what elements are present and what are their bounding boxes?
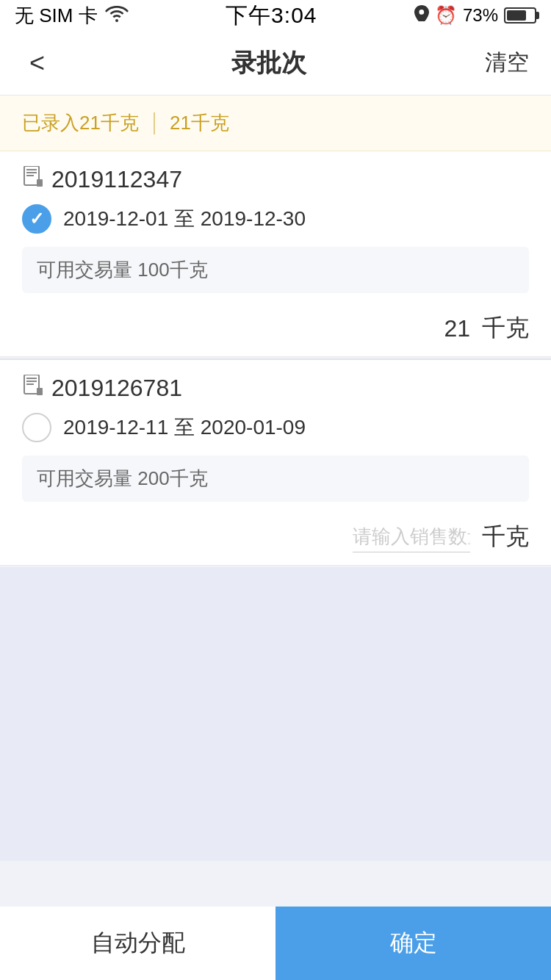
status-time: 下午3:04	[226, 1, 317, 31]
batch-date-row-2: 2019-12-11 至 2020-01-09	[0, 409, 551, 450]
auto-distribute-button[interactable]: 自动分配	[0, 907, 276, 980]
batch-header-2: 2019126781	[0, 360, 551, 409]
status-carrier: 无 SIM 卡	[15, 3, 129, 29]
batch-date-row-1: 2019-12-01 至 2019-12-30	[0, 201, 551, 241]
quantity-unit-1: 千克	[482, 312, 529, 345]
status-right: ⏰ 73%	[414, 5, 536, 26]
batch-available-2: 可用交易量 200千克	[22, 455, 529, 502]
quantity-unit-2: 千克	[482, 521, 529, 553]
batch-item-1: 2019112347 2019-12-01 至 2019-12-30 可用交易量…	[0, 151, 551, 357]
location-icon	[414, 5, 429, 26]
carrier-text: 无 SIM 卡	[15, 3, 98, 29]
back-button[interactable]: <	[22, 40, 52, 86]
batch-checkbox-1[interactable]	[22, 204, 51, 234]
batch-doc-icon-1	[22, 166, 44, 193]
svg-rect-7	[26, 381, 37, 382]
quantity-value-1: 21	[426, 315, 470, 342]
svg-rect-8	[26, 383, 34, 385]
page-title: 录批次	[231, 46, 306, 80]
batch-doc-icon-2	[22, 375, 44, 402]
quantity-input-2[interactable]	[353, 522, 470, 552]
batch-checkbox-2[interactable]	[22, 413, 51, 442]
batch-number-1: 2019112347	[51, 166, 182, 193]
alarm-icon: ⏰	[435, 5, 457, 26]
confirm-button[interactable]: 确定	[276, 907, 551, 980]
batch-number-2: 2019126781	[51, 375, 182, 402]
bottom-buttons: 自动分配 确定	[0, 907, 551, 980]
info-banner: 已录入21千克 21千克	[0, 96, 551, 151]
svg-rect-2	[26, 172, 37, 173]
batch-item-2: 2019126781 2019-12-11 至 2020-01-09 可用交易量…	[0, 360, 551, 566]
nav-bar: < 录批次 清空	[0, 31, 551, 96]
clear-button[interactable]: 清空	[485, 48, 529, 78]
battery-percent: 73%	[463, 5, 498, 26]
svg-rect-4	[37, 179, 43, 187]
quantity-row-2: 千克	[0, 509, 551, 566]
recorded-amount-label: 已录入21千克	[22, 110, 139, 136]
quantity-row-1: 21 千克	[0, 300, 551, 357]
svg-rect-9	[37, 388, 43, 395]
banner-divider	[154, 112, 155, 134]
gray-area	[0, 567, 551, 861]
recorded-amount-value: 21千克	[170, 110, 229, 136]
wifi-icon	[105, 4, 129, 27]
status-bar: 无 SIM 卡 下午3:04 ⏰ 73%	[0, 0, 551, 31]
batch-header-1: 2019112347	[0, 151, 551, 201]
svg-rect-3	[26, 175, 34, 176]
svg-rect-6	[26, 378, 37, 379]
battery-icon	[504, 7, 536, 24]
batch-available-1: 可用交易量 100千克	[22, 247, 529, 293]
batch-date-1: 2019-12-01 至 2019-12-30	[63, 205, 306, 233]
svg-rect-1	[26, 169, 37, 170]
batch-date-2: 2019-12-11 至 2020-01-09	[63, 414, 306, 442]
